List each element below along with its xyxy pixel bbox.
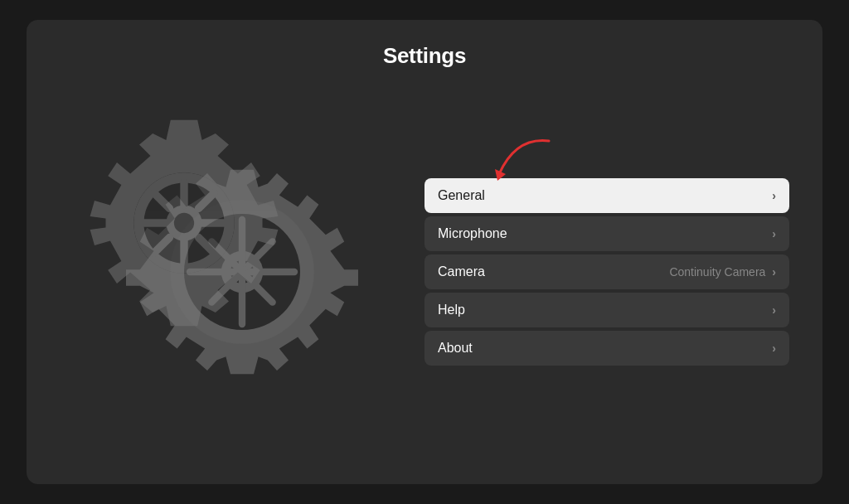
menu-item-help[interactable]: Help › [424, 293, 789, 327]
general-chevron: › [772, 189, 776, 202]
settings-window: Settings [27, 20, 822, 484]
camera-right: Continuity Camera › [669, 265, 776, 279]
left-panel [60, 156, 424, 388]
menu-item-about[interactable]: About › [424, 331, 789, 366]
title-bar: Settings [27, 20, 822, 84]
menu-item-microphone[interactable]: Microphone › [424, 216, 789, 251]
menu-item-camera[interactable]: Camera Continuity Camera › [424, 254, 789, 289]
general-label: General [438, 188, 485, 203]
content-area: General › Microphone › Camera Continuity… [27, 84, 822, 484]
help-chevron: › [772, 303, 776, 317]
about-right: › [772, 342, 776, 355]
page-title: Settings [27, 43, 822, 69]
menu-item-general[interactable]: General › [424, 178, 789, 213]
microphone-chevron: › [772, 227, 776, 240]
general-right: › [772, 189, 776, 202]
svg-point-17 [174, 213, 194, 233]
about-label: About [438, 341, 473, 356]
camera-secondary: Continuity Camera [669, 265, 765, 279]
help-label: Help [438, 303, 465, 317]
camera-chevron: › [772, 265, 776, 279]
camera-label: Camera [438, 264, 485, 279]
help-right: › [772, 303, 776, 317]
right-panel: General › Microphone › Camera Continuity… [424, 178, 789, 366]
gear-icon-main [72, 111, 296, 335]
microphone-label: Microphone [438, 226, 507, 241]
about-chevron: › [772, 342, 776, 355]
microphone-right: › [772, 227, 776, 240]
